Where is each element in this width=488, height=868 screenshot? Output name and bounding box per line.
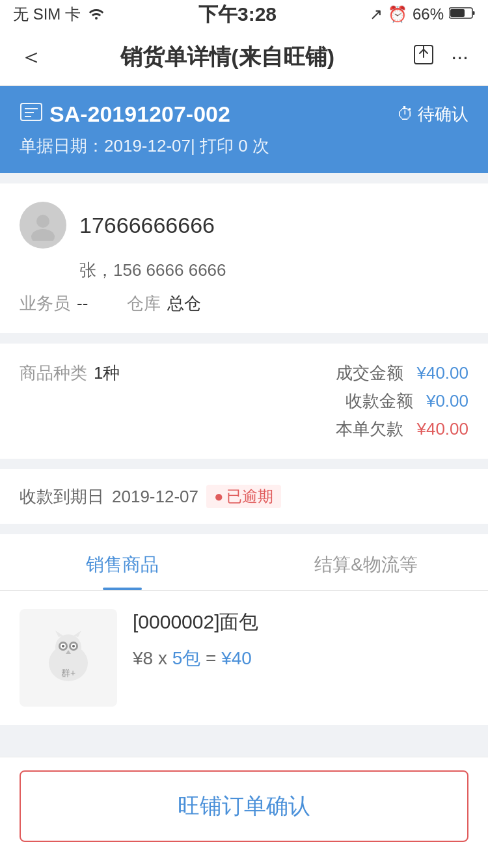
product-image: 群+ (20, 609, 117, 707)
battery-text: 66% (413, 5, 444, 23)
tabs-section: 销售商品 结算&物流等 (0, 534, 488, 591)
order-header: SA-20191207-002 ⏱ 待确认 单据日期：2019-12-07| 打… (0, 86, 488, 173)
svg-point-17 (72, 645, 75, 647)
status-right: ↗ ⏰ 66% (370, 5, 475, 23)
svg-marker-19 (55, 631, 63, 637)
customer-meta: 业务员 -- 仓库 总仓 (20, 292, 468, 315)
warning-icon: ● (214, 487, 224, 506)
sales-meta: 业务员 -- (20, 292, 88, 315)
svg-point-9 (31, 229, 55, 241)
customer-avatar (20, 202, 66, 249)
back-button[interactable]: ＜ (20, 41, 43, 73)
stats-section: 商品种类 1种 成交金额 ¥40.00 收款金额 ¥0.00 本单欠款 ¥40.… (0, 344, 488, 459)
product-name: [0000002]面包 (133, 609, 468, 636)
received-amount-row: 收款金额 ¥0.00 (336, 390, 468, 413)
wifi-icon (87, 5, 105, 23)
order-icon (20, 102, 43, 127)
nav-actions: ··· (412, 43, 468, 72)
confirm-order-button[interactable]: 旺铺订单确认 (20, 770, 468, 842)
status-time: 下午3:28 (198, 1, 277, 28)
order-id: SA-20191207-002 (20, 102, 230, 127)
order-date: 单据日期：2019-12-07| 打印 0 次 (20, 135, 468, 157)
order-status: ⏱ 待确认 (397, 103, 468, 126)
tab-sales-products[interactable]: 销售商品 (0, 534, 244, 590)
product-info: [0000002]面包 ¥8 x 5包 = ¥40 (133, 609, 468, 707)
product-type-stat: 商品种类 1种 (20, 362, 120, 385)
svg-rect-2 (450, 9, 465, 17)
status-bar: 无 SIM 卡 下午3:28 ↗ ⏰ 66% (0, 0, 488, 29)
deal-amount-row: 成交金额 ¥40.00 (336, 362, 468, 385)
svg-rect-1 (472, 11, 474, 15)
product-section: 群+ [0000002]面包 ¥8 x 5包 = ¥40 (0, 591, 488, 725)
clock-icon: ⏱ (397, 104, 414, 124)
battery-icon (449, 5, 475, 23)
location-icon: ↗ (370, 5, 383, 23)
svg-text:群+: 群+ (61, 668, 75, 678)
svg-point-8 (36, 215, 49, 228)
more-icon[interactable]: ··· (451, 45, 468, 69)
owed-amount-row: 本单欠款 ¥40.00 (336, 418, 468, 441)
warehouse-meta: 仓库 总仓 (127, 292, 201, 315)
customer-phone: 17666666666 (79, 213, 215, 238)
share-icon[interactable] (412, 43, 435, 72)
page-title: 销货单详情(来自旺铺) (120, 42, 334, 72)
product-price-row: ¥8 x 5包 = ¥40 (133, 646, 468, 671)
nav-bar: ＜ 销货单详情(来自旺铺) ··· (0, 29, 488, 86)
alarm-icon: ⏰ (388, 5, 407, 23)
overdue-badge: ● 已逾期 (206, 485, 281, 508)
customer-sub-info: 张，156 6666 6666 (20, 259, 468, 282)
confirm-button-area: 旺铺订单确认 (0, 757, 488, 868)
svg-marker-20 (74, 631, 81, 637)
tab-settlement-logistics[interactable]: 结算&物流等 (244, 534, 488, 590)
status-left: 无 SIM 卡 (13, 4, 105, 25)
customer-section: 17666666666 张，156 6666 6666 业务员 -- 仓库 总仓 (0, 183, 488, 333)
amount-stats: 成交金额 ¥40.00 收款金额 ¥0.00 本单欠款 ¥40.00 (336, 362, 468, 441)
carrier-text: 无 SIM 卡 (13, 4, 81, 25)
svg-point-16 (62, 645, 64, 647)
due-section: 收款到期日 2019-12-07 ● 已逾期 (0, 469, 488, 524)
